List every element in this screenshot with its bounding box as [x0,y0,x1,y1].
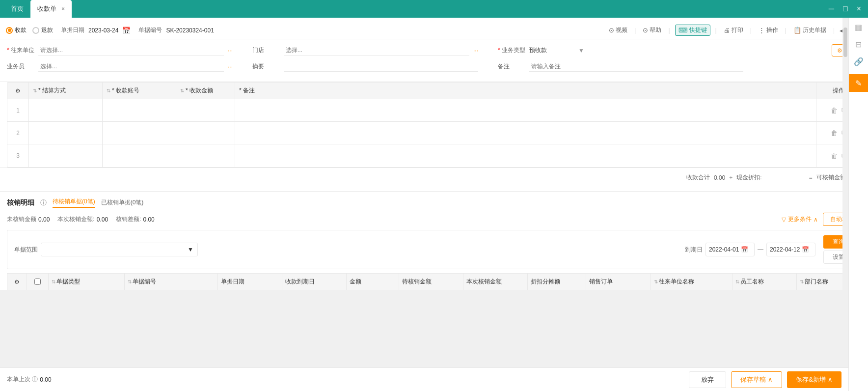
abandon-btn[interactable]: 放弃 [689,371,726,388]
partner-input[interactable] [38,45,224,56]
biz-type-value: 预收款 [529,46,547,55]
refund-radio-label: 退款 [41,26,53,34]
verif-done-tab[interactable]: 已核销单据(0笔) [101,198,144,207]
vth-partner: ⇅ 往来单位名称 [651,274,732,290]
save-arrow-icon: ∧ [828,376,833,383]
td-amount-1[interactable] [176,99,235,121]
td-amount-2[interactable] [176,122,235,144]
th-remark: * 备注 [235,83,816,99]
print-btn[interactable]: 🖨 打印 [722,25,745,35]
td-remark-3[interactable] [235,144,816,167]
receipt-radio-dot [6,27,13,34]
staff-more-icon[interactable]: ··· [228,63,233,70]
td-amount-3[interactable] [176,144,235,167]
summary-label: 摘要 [252,62,282,71]
sidebar-link-icon[interactable]: 🔗 [854,57,864,66]
vth-pending: 待核销金额 [399,274,463,290]
due-start-input[interactable]: 2022-04-01 📅 [705,243,755,256]
verif-info-icon[interactable]: ⓘ [40,198,47,207]
td-settle-3[interactable] [29,144,103,167]
total-label: 收款合计 [686,173,710,182]
delete-icon-2[interactable]: 🗑 [831,129,838,137]
biz-type-arrow-icon[interactable]: ▼ [578,47,584,54]
td-account-1[interactable] [103,99,176,121]
bottom-actions: 放弃 保存草稿 ∧ 保存&新增 ∧ [689,371,841,388]
td-settle-2[interactable] [29,122,103,144]
td-settle-1[interactable] [29,99,103,121]
scroll-thumb[interactable] [843,28,847,57]
partner-more-icon[interactable]: ··· [228,47,233,54]
receipt-table: ⚙ ⇅ * 结算方式 ⇅ * 收款账号 ⇅ * 收款金额 * 备注 操作 1 [7,82,861,168]
table-row: 1 🗑 ⧉ [7,99,861,122]
total-val: 0.00 [714,174,725,181]
receipt-radio[interactable]: 收款 [6,26,27,34]
partner-field: * 往来单位 ··· [7,45,233,56]
verif-header: 核销明细 ⓘ 待核销单据(0笔) 已核销单据(0笔) [7,197,861,208]
tab-receipt[interactable]: 收款单 × [30,0,72,18]
td-remark-1[interactable] [235,99,816,121]
shop-input[interactable] [284,45,469,56]
filter-row: 单据范围 ▼ 到期日 2022-04-01 📅 — 2022-04-12 📅 [7,230,861,269]
remark-input[interactable] [529,61,743,72]
minimize-button[interactable]: ─ [826,4,837,13]
calendar-start-icon: 📅 [741,246,748,253]
th-account: ⇅ * 收款账号 [103,83,176,99]
doc-date-value: 2023-03-24 [88,27,118,34]
due-end-input[interactable]: 2022-04-12 📅 [766,243,815,256]
tab-close-icon[interactable]: × [61,5,65,12]
th-settle: ⇅ * 结算方式 [29,83,103,99]
remark-field: 备注 [498,61,743,72]
delete-icon-3[interactable]: 🗑 [831,152,838,160]
help-btn[interactable]: ⊙ 帮助 [641,25,663,35]
vth-check[interactable] [27,274,49,290]
video-btn[interactable]: ⊙ 视频 [607,25,629,35]
range-select[interactable]: ▼ [41,243,198,256]
doc-num-info: 单据编号 SK-20230324-001 [138,26,214,34]
th-settings[interactable]: ⚙ [7,83,29,99]
td-remark-2[interactable] [235,122,816,144]
top-toolbar: 收款 退款 单据日期 2023-03-24 📅 单据编号 SK-20230324… [0,22,868,39]
right-sidebar: ▦ ⊟ 🔗 ✎ [848,18,868,391]
diff-label: 核销差额: [116,215,141,223]
tab-home[interactable]: 首页 [4,0,30,18]
td-account-2[interactable] [103,122,176,144]
draft-btn[interactable]: 保存草稿 ∧ [731,371,782,388]
refund-radio[interactable]: 退款 [32,26,53,34]
discount-input[interactable] [766,173,805,182]
td-account-3[interactable] [103,144,176,167]
info-icon: ⓘ [32,376,38,383]
shortcut-btn[interactable]: ⌨ 快捷键 [675,25,710,36]
window-close-button[interactable]: × [854,4,864,13]
calendar-icon[interactable]: 📅 [122,27,131,34]
receipt-radio-label: 收款 [15,26,27,34]
more-conditions-btn[interactable]: ▽ 更多条件 ∧ [782,215,818,223]
main-content: 收款 退款 单据日期 2023-03-24 📅 单据编号 SK-20230324… [0,18,868,290]
history-btn[interactable]: 📋 历史单据 [791,25,828,35]
this-time-val: 0.00 [97,216,108,223]
sidebar-edit-icon[interactable]: ✎ [849,74,868,92]
doc-type-radio-group: 收款 退款 [6,26,53,34]
delete-icon-1[interactable]: 🗑 [831,107,838,114]
scrollbar[interactable] [842,18,848,367]
sidebar-table-icon[interactable]: ▦ [855,23,862,32]
doc-date-label: 单据日期 [61,26,84,34]
save-new-btn[interactable]: 保存&新增 ∧ [787,371,841,388]
select-all-checkbox[interactable] [34,279,41,285]
eq-sign: = [809,174,813,181]
summary-input[interactable] [284,61,478,72]
prev-label: 本单上次 ⓘ [7,375,38,384]
range-label: 单据范围 [14,246,38,254]
summary-row: 收款合计 0.00 + 现金折扣: = 可核销金额 0.00 [0,168,868,187]
biz-type-label: * 业务类型 [498,46,527,55]
vth-settings[interactable]: ⚙ [7,274,27,290]
verif-pending-tab[interactable]: 待核销单据(0笔) [53,197,95,208]
maximize-button[interactable]: □ [840,4,851,13]
form-row-2: 业务员 ··· 摘要 备注 [7,61,861,72]
shop-more-icon[interactable]: ··· [473,47,478,54]
staff-input[interactable] [38,61,224,72]
settings-icon: ⚙ [837,47,842,54]
sidebar-data-icon[interactable]: ⊟ [855,40,862,49]
bottom-bar: 本单上次 ⓘ 0.00 放弃 保存草稿 ∧ 保存&新增 ∧ [0,367,848,391]
operation-btn[interactable]: ⋮ 操作 [757,25,780,35]
biz-type-field: * 业务类型 预收款 ▼ [498,46,694,55]
